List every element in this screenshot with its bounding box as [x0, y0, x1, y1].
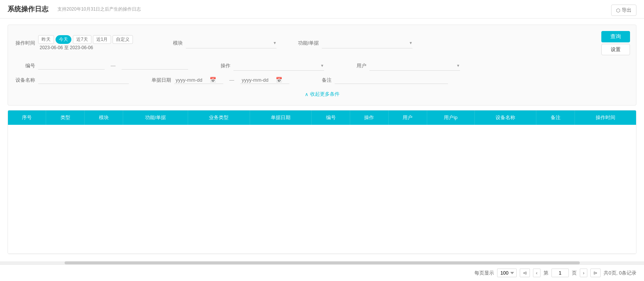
filter-row-1: 操作时间 昨天 今天 近7天 近1月 自定义 2023-06-06 至 2023… — [14, 31, 630, 55]
export-icon: ⬡ — [616, 8, 620, 13]
device-input[interactable] — [38, 76, 129, 84]
user-label: 用户 — [345, 62, 366, 69]
filter-row-2: 编号 — 操作 ▼ 用户 ▼ — [14, 61, 630, 71]
remark-label: 备注 — [310, 77, 332, 84]
export-label: 导出 — [622, 7, 632, 14]
horizontal-scrollbar[interactable] — [0, 261, 644, 264]
remark-filter-block: 备注 — [310, 76, 448, 84]
action-buttons: 查询 设置 — [601, 31, 630, 55]
page-title: 系统操作日志 — [8, 5, 48, 14]
module-label: 模块 — [162, 40, 183, 47]
col-remark: 备注 — [536, 110, 575, 125]
calendar-icon-end[interactable]: 📅 — [276, 77, 282, 83]
module-select[interactable]: ▼ — [186, 38, 276, 48]
date-filter-block: 单据日期 📅 — 📅 — [150, 76, 289, 84]
first-page-button[interactable]: ⊲ — [520, 269, 530, 277]
page-subtitle: 支持2020年10月31日之后产生的操作日志 — [57, 6, 141, 12]
calendar-icon-start[interactable]: 📅 — [210, 77, 216, 83]
date-start-box: 📅 — [174, 76, 223, 84]
device-label: 设备名称 — [14, 77, 35, 84]
time-btn-today[interactable]: 今天 — [56, 35, 71, 44]
id-input-start[interactable] — [38, 62, 105, 70]
per-page-label: 每页显示 — [474, 270, 494, 276]
col-function: 功能/单据 — [123, 110, 188, 125]
user-select[interactable]: ▼ — [369, 61, 460, 71]
header-bar: 系统操作日志 支持2020年10月31日之后产生的操作日志 ⬡ 导出 — [0, 0, 644, 19]
user-select-value — [369, 61, 456, 70]
time-section: 昨天 今天 近7天 近1月 自定义 2023-06-06 至 2023-06-0… — [38, 35, 133, 51]
col-time: 操作时间 — [575, 110, 636, 125]
col-module: 模块 — [85, 110, 123, 125]
time-range-display: 2023-06-06 至 2023-06-06 — [40, 45, 133, 51]
empty-cell — [8, 125, 636, 254]
id-label: 编号 — [14, 62, 35, 69]
time-btn-yesterday[interactable]: 昨天 — [38, 35, 54, 44]
col-device: 设备名称 — [474, 110, 536, 125]
time-btn-7days[interactable]: 近7天 — [73, 35, 91, 44]
function-select-arrow: ▼ — [409, 41, 412, 45]
col-type: 类型 — [46, 110, 85, 125]
export-button[interactable]: ⬡ 导出 — [611, 5, 636, 16]
page-prefix: 第 — [544, 270, 548, 276]
date-dash: — — [229, 77, 234, 83]
col-id: 编号 — [312, 110, 350, 125]
col-user: 用户 — [388, 110, 427, 125]
date-end-input[interactable] — [242, 77, 276, 83]
device-filter-block: 设备名称 — [14, 76, 129, 84]
page-suffix: 页 — [572, 270, 577, 276]
footer-bar: 每页显示 100 50 200 500 ⊲ ‹ 第 页 › ⊳ 共0页, 0条记… — [0, 264, 644, 281]
user-filter-block: 用户 ▼ — [345, 61, 460, 71]
last-page-button[interactable]: ⊳ — [590, 269, 601, 277]
date-label: 单据日期 — [150, 77, 171, 84]
scrollbar-thumb[interactable] — [65, 261, 580, 264]
page-number-input[interactable] — [551, 269, 569, 277]
time-filter-block: 操作时间 昨天 今天 近7天 近1月 自定义 2023-06-06 至 2023… — [14, 35, 133, 51]
time-label: 操作时间 — [14, 40, 35, 47]
empty-state — [11, 129, 633, 250]
table-body — [8, 125, 636, 254]
operation-select[interactable]: ▼ — [233, 61, 324, 71]
operation-select-value — [233, 61, 320, 70]
collapse-row: ∧ 收起更多条件 — [14, 89, 630, 99]
operation-select-arrow: ▼ — [320, 64, 324, 68]
time-btn-custom[interactable]: 自定义 — [113, 35, 133, 44]
module-filter-block: 模块 ▼ — [162, 38, 276, 48]
next-page-button[interactable]: › — [580, 269, 587, 277]
table-header-row: 序号 类型 模块 功能/单据 业务类型 单据日期 编号 操作 用户 用户ip 设… — [8, 110, 636, 125]
setting-button[interactable]: 设置 — [601, 44, 630, 55]
module-select-value — [186, 39, 273, 47]
table-wrapper: 序号 类型 模块 功能/单据 业务类型 单据日期 编号 操作 用户 用户ip 设… — [8, 110, 636, 254]
col-user-ip: 用户ip — [427, 110, 474, 125]
function-label: 功能/单据 — [298, 40, 319, 47]
operation-filter-block: 操作 ▼ — [209, 61, 324, 71]
prev-page-button[interactable]: ‹ — [533, 269, 541, 277]
col-index: 序号 — [8, 110, 46, 125]
function-select[interactable]: ▼ — [322, 38, 412, 48]
operation-label: 操作 — [209, 62, 230, 69]
id-input-end[interactable] — [122, 62, 188, 70]
module-select-arrow: ▼ — [273, 41, 276, 45]
id-filter-block: 编号 — — [14, 62, 188, 70]
date-start-input[interactable] — [176, 77, 210, 83]
data-table: 序号 类型 模块 功能/单据 业务类型 单据日期 编号 操作 用户 用户ip 设… — [8, 110, 636, 254]
collapse-label: 收起更多条件 — [310, 91, 340, 98]
time-btn-1month[interactable]: 近1月 — [93, 35, 111, 44]
col-bill-date: 单据日期 — [250, 110, 312, 125]
per-page-select[interactable]: 100 50 200 500 — [497, 269, 517, 277]
main-content: 操作时间 昨天 今天 近7天 近1月 自定义 2023-06-06 至 2023… — [0, 19, 644, 261]
collapse-icon: ∧ — [305, 92, 309, 97]
function-filter-block: 功能/单据 ▼ — [298, 38, 412, 48]
id-dash: — — [111, 63, 116, 68]
date-end-box: 📅 — [240, 76, 289, 84]
empty-row — [8, 125, 636, 254]
total-info: 共0页, 0条记录 — [604, 270, 636, 276]
col-biz-type: 业务类型 — [188, 110, 250, 125]
query-button[interactable]: 查询 — [601, 31, 630, 42]
filter-row-3: 设备名称 单据日期 📅 — 📅 备注 — [14, 76, 630, 84]
time-buttons: 昨天 今天 近7天 近1月 自定义 — [38, 35, 133, 44]
table-header: 序号 类型 模块 功能/单据 业务类型 单据日期 编号 操作 用户 用户ip 设… — [8, 110, 636, 125]
collapse-button[interactable]: ∧ 收起更多条件 — [14, 89, 630, 99]
remark-input[interactable] — [335, 76, 448, 84]
filter-area: 操作时间 昨天 今天 近7天 近1月 自定义 2023-06-06 至 2023… — [8, 25, 636, 106]
col-operation: 操作 — [350, 110, 388, 125]
